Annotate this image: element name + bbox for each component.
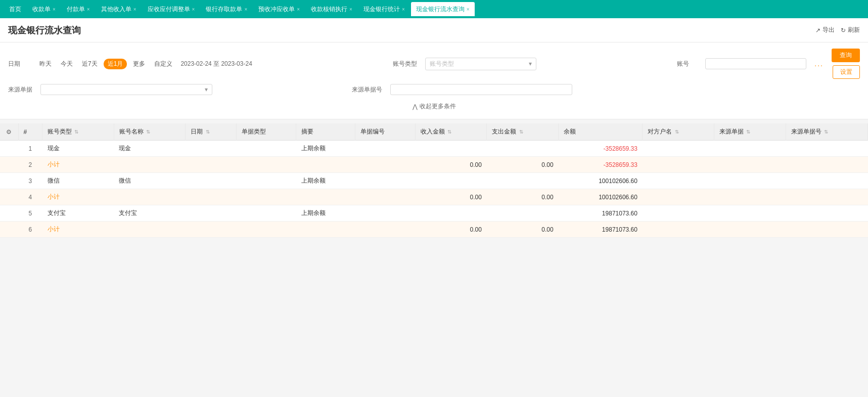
date-btn-yesterday[interactable]: 昨天	[36, 59, 55, 69]
table-row: 3 微信 微信 上期余额 100102606.60	[0, 173, 868, 189]
more-options-button[interactable]: ...	[814, 60, 824, 68]
cell-doc-type	[236, 157, 296, 173]
cell-index: 4	[18, 189, 42, 205]
table-settings-icon[interactable]: ⚙	[6, 128, 12, 136]
tab-cash-bank-flow[interactable]: 现金银行流水查询 ×	[411, 2, 475, 16]
sort-income-icon[interactable]: ⇅	[447, 129, 451, 135]
sort-date-icon[interactable]: ⇅	[206, 129, 210, 135]
cell-income	[415, 141, 487, 157]
date-btn-more[interactable]: 更多	[130, 59, 148, 69]
export-icon: ↗	[815, 27, 820, 34]
account-type-select[interactable]: 账号类型 ▾	[425, 58, 536, 70]
th-date: 日期 ⇅	[186, 123, 236, 141]
th-source-doc-no: 来源单据号 ⇅	[786, 123, 867, 141]
sort-counterpart-icon[interactable]: ⇅	[675, 129, 679, 135]
cell-balance: 19871073.60	[559, 222, 643, 238]
close-receipts-tab[interactable]: ×	[53, 7, 56, 12]
cell-settings	[0, 222, 18, 238]
page-title: 现金银行流水查询	[8, 24, 81, 36]
cell-account-name	[114, 189, 186, 205]
sort-expense-icon[interactable]: ⇅	[519, 129, 523, 135]
export-button[interactable]: ↗ 导出	[815, 26, 835, 34]
cell-date	[186, 141, 236, 157]
close-bank-deposit-tab[interactable]: ×	[244, 7, 247, 12]
date-btn-today[interactable]: 今天	[58, 59, 76, 69]
cell-settings	[0, 205, 18, 222]
close-flow-tab[interactable]: ×	[467, 7, 470, 12]
cell-summary	[296, 157, 355, 173]
tab-ar-ap-adjust[interactable]: 应收应付调整单 ×	[143, 2, 200, 16]
th-expense: 支出金额 ⇅	[487, 123, 559, 141]
table-header-row: ⚙ # 账号类型 ⇅ 账号名称 ⇅ 日期 ⇅ 单据类型 摘要 单据编号	[0, 123, 868, 141]
home-tab[interactable]: 首页	[4, 5, 26, 14]
date-btn-1month[interactable]: 近1月	[104, 59, 127, 69]
tab-other-income[interactable]: 其他收入单 ×	[96, 2, 142, 16]
cell-account-type: 现金	[42, 141, 114, 157]
cell-account-type: 小计	[42, 189, 114, 205]
cell-settings	[0, 157, 18, 173]
th-source-doc: 来源单据 ⇅	[714, 123, 786, 141]
source-doc-no-input[interactable]	[390, 84, 572, 95]
th-doc-type: 单据类型	[236, 123, 296, 141]
cell-doc-type	[236, 173, 296, 189]
sort-source-doc-no-icon[interactable]: ⇅	[824, 129, 828, 135]
close-payments-tab[interactable]: ×	[87, 7, 90, 12]
header-actions: ↗ 导出 ↻ 刷新	[815, 26, 860, 34]
date-btn-7days[interactable]: 近7天	[79, 59, 101, 69]
tab-bank-deposit[interactable]: 银行存取款单 ×	[201, 2, 252, 16]
cell-summary: 上期余额	[296, 141, 355, 157]
filter-area: 日期 昨天 今天 近7天 近1月 更多 自定义 2023-02-24 至 202…	[0, 42, 868, 119]
close-other-income-tab[interactable]: ×	[133, 7, 136, 12]
date-btn-custom[interactable]: 自定义	[151, 59, 175, 69]
tab-receipts[interactable]: 收款单 ×	[27, 2, 61, 16]
account-label: 账号	[677, 60, 697, 68]
cell-source-doc-no	[786, 222, 867, 238]
table-row: 6 小计 0.00 0.00 19871073.60	[0, 222, 868, 238]
cell-balance: -3528659.33	[559, 157, 643, 173]
sort-account-name-icon[interactable]: ⇅	[146, 129, 150, 135]
action-buttons: 查询 设置	[832, 49, 860, 79]
cell-index: 1	[18, 141, 42, 157]
cell-account-name	[114, 222, 186, 238]
close-stats-tab[interactable]: ×	[402, 7, 405, 12]
date-range-display: 2023-02-24 至 2023-03-24	[180, 60, 252, 68]
sort-source-doc-icon[interactable]: ⇅	[746, 129, 750, 135]
table-row: 2 小计 0.00 0.00 -3528659.33	[0, 157, 868, 173]
cell-doc-type	[236, 141, 296, 157]
cell-settings	[0, 189, 18, 205]
th-counterpart: 对方户名 ⇅	[643, 123, 714, 141]
close-ar-ap-tab[interactable]: ×	[192, 7, 195, 12]
close-prepay-tab[interactable]: ×	[297, 7, 300, 12]
cell-date	[186, 222, 236, 238]
cell-source-doc	[714, 173, 786, 189]
cell-expense: 0.00	[487, 157, 559, 173]
tab-receipt-verify[interactable]: 收款核销执行 ×	[306, 2, 357, 16]
th-index: #	[18, 123, 42, 141]
cell-summary	[296, 189, 355, 205]
tab-cash-bank-stats[interactable]: 现金银行统计 ×	[358, 2, 410, 16]
account-input[interactable]	[705, 58, 806, 69]
close-verify-tab[interactable]: ×	[349, 7, 352, 12]
cell-income: 0.00	[415, 189, 487, 205]
th-settings: ⚙	[0, 123, 18, 141]
account-type-value: 账号类型	[430, 60, 454, 68]
cell-summary: 上期余额	[296, 205, 355, 222]
refresh-button[interactable]: ↻ 刷新	[841, 26, 860, 34]
sort-account-type-icon[interactable]: ⇅	[74, 129, 78, 135]
th-account-type: 账号类型 ⇅	[42, 123, 114, 141]
data-table: ⚙ # 账号类型 ⇅ 账号名称 ⇅ 日期 ⇅ 单据类型 摘要 单据编号	[0, 123, 868, 238]
source-doc-chevron-icon: ▾	[205, 86, 208, 93]
cell-source-doc-no	[786, 189, 867, 205]
settings-button[interactable]: 设置	[833, 65, 860, 79]
cell-doc-type	[236, 189, 296, 205]
query-button[interactable]: 查询	[832, 49, 860, 62]
source-doc-no-label: 来源单据号	[352, 85, 382, 94]
source-doc-select[interactable]: ▾	[40, 84, 212, 95]
tab-prepay-offset[interactable]: 预收冲应收单 ×	[253, 2, 305, 16]
cell-doc-no	[355, 173, 416, 189]
collapse-filters-button[interactable]: ⋀ 收起更多条件	[8, 100, 860, 113]
filter-row-2: 来源单据 ▾ 来源单据号	[8, 84, 860, 95]
cell-source-doc	[714, 205, 786, 222]
cell-account-name: 支付宝	[114, 205, 186, 222]
tab-payments[interactable]: 付款单 ×	[62, 2, 95, 16]
